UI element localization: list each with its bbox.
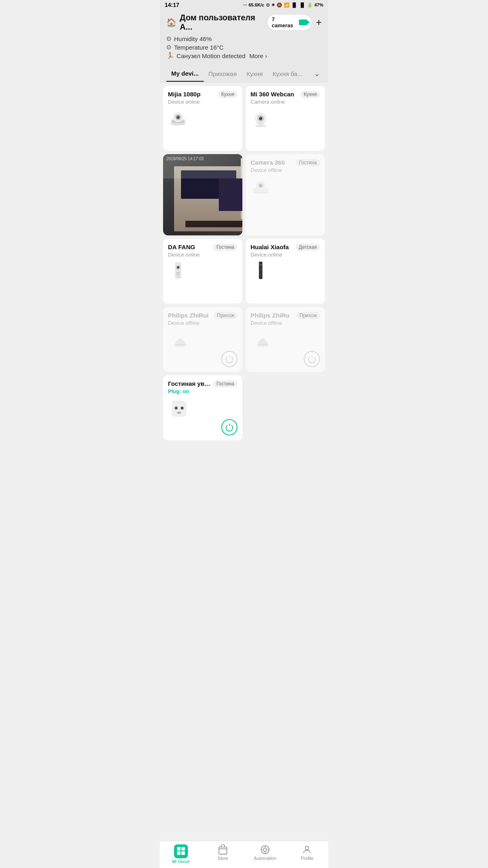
network-speed: 65.6K/c xyxy=(248,2,264,7)
device-name: Philips ZhiRu xyxy=(251,312,295,319)
tabs-dropdown-button[interactable]: ⌄ xyxy=(312,67,322,82)
card-header: Philips ZhiRu Прихож xyxy=(251,312,320,319)
device-card-hualai-xiaofang[interactable]: Hualai Xiaofa Детская Device online xyxy=(246,239,325,304)
svg-point-39 xyxy=(257,344,268,346)
device-card-da-fang[interactable]: DA FANG Гостина Device online xyxy=(163,239,242,304)
device-status: Device offline xyxy=(251,320,320,326)
device-room: Прихож xyxy=(214,312,237,319)
power-button[interactable] xyxy=(221,351,237,367)
camera-image xyxy=(251,176,271,197)
svg-point-26 xyxy=(177,266,179,269)
tab-kuhnya[interactable]: Кухня xyxy=(242,68,268,81)
camera-360-image xyxy=(251,108,271,128)
card-header: Camera 360 Гостина xyxy=(251,159,320,166)
svg-point-23 xyxy=(259,184,262,187)
device-name: Hualai Xiaofa xyxy=(251,244,294,250)
wifi-icon: 📶 xyxy=(284,2,290,8)
svg-rect-27 xyxy=(176,272,180,273)
device-room: Кухня xyxy=(218,91,237,98)
svg-point-5 xyxy=(176,115,180,119)
device-name: DA FANG xyxy=(168,244,211,250)
svg-point-29 xyxy=(177,275,179,278)
card-header: Mijia 1080p Кухня xyxy=(168,91,237,98)
light-image xyxy=(168,329,192,350)
live-scene xyxy=(163,154,242,235)
card-header: Philips ZhiRui Прихож xyxy=(168,312,237,319)
svg-point-6 xyxy=(177,116,178,117)
device-room: Прихож xyxy=(296,312,320,319)
device-status: Device offline xyxy=(168,320,237,326)
live-feed-overlay[interactable]: 2018/09/25 14:17:03 ⛶ xyxy=(163,154,242,235)
device-grid: Mijia 1080p Кухня Device online Mi 360 W… xyxy=(160,83,328,473)
device-status: Device online xyxy=(168,252,237,258)
device-name: Camera 360 xyxy=(251,159,294,166)
temperature-row: ⊙ Temperature 16°C xyxy=(166,44,322,51)
live-timestamp: 2018/09/25 14:17:03 xyxy=(166,157,204,161)
header: 🏠 Дом пользователя А... 7 cameras + ⊙ Hu… xyxy=(160,10,328,64)
svg-rect-43 xyxy=(177,412,181,414)
device-name: Гостиная увла xyxy=(168,380,211,387)
device-room: Гостина xyxy=(213,380,237,387)
card-header: Hualai Xiaofa Детская xyxy=(251,244,320,251)
tab-my-devices[interactable]: My devi... xyxy=(166,67,204,82)
room-tabs: My devi... Прихожая Кухня Кухня ба... ⌄ xyxy=(160,64,328,83)
device-card-mijia-1080p[interactable]: Mijia 1080p Кухня Device online xyxy=(163,86,242,151)
device-card-philips-zhirui-1[interactable]: Philips ZhiRui Прихож Device offline xyxy=(163,307,242,372)
motion-text: Санузел Motion detected xyxy=(176,52,245,59)
battery-icon: 🔋 xyxy=(307,2,313,8)
device-status: Device offline xyxy=(251,167,320,173)
device-room: Детская xyxy=(296,244,320,251)
status-indicators: ··· 65.6K/c ⊙ ✶ 🔕 📶 ▐▌ ▐▌ 🔋 47% xyxy=(243,2,323,8)
card-header: Гостиная увла Гостина xyxy=(168,380,237,387)
device-status: Plug: on xyxy=(168,388,237,394)
add-device-button[interactable]: + xyxy=(316,17,322,28)
doorbell-camera-image xyxy=(168,261,188,281)
device-card-gostinaya-uvla[interactable]: Гостиная увла Гостина Plug: on xyxy=(163,375,242,440)
home-title-group: 🏠 Дом пользователя А... xyxy=(166,13,267,32)
more-link[interactable]: More › xyxy=(249,52,267,59)
tab-kuhnya-ba[interactable]: Кухня ба... xyxy=(268,68,307,81)
device-status: Camera online xyxy=(251,99,320,105)
light-image xyxy=(251,329,275,350)
svg-rect-32 xyxy=(259,264,262,265)
device-card-mi-home[interactable]: Mi Home... Гостина Device onli... 2018/0… xyxy=(163,154,242,235)
device-status: Device online xyxy=(168,99,237,105)
dots-indicator: ··· xyxy=(243,2,247,7)
device-name: Mi 360 Webcan xyxy=(251,91,299,98)
signal-icon2: ▐▌ xyxy=(299,2,305,7)
device-room: Кухня xyxy=(301,91,320,98)
bar-camera-image xyxy=(251,261,271,281)
device-room: Гостина xyxy=(213,244,237,251)
bluetooth-icon: ✶ xyxy=(271,2,275,8)
temperature-text: Temperature 16°C xyxy=(174,44,224,51)
device-card-mi-360-webcam[interactable]: Mi 360 Webcan Кухня Camera online xyxy=(246,86,325,151)
thermometer-icon: ⊙ xyxy=(166,44,172,51)
power-button[interactable] xyxy=(304,351,320,367)
card-header: DA FANG Гостина xyxy=(168,244,237,251)
home-icon: 🏠 xyxy=(166,17,176,27)
svg-point-12 xyxy=(259,117,261,119)
svg-rect-13 xyxy=(257,122,265,124)
svg-point-11 xyxy=(259,117,262,120)
status-bar: 14:17 ··· 65.6K/c ⊙ ✶ 🔕 📶 ▐▌ ▐▌ 🔋 47% xyxy=(160,0,328,10)
humidity-text: Humidity 46% xyxy=(174,35,212,42)
location-icon: ⊙ xyxy=(266,2,270,8)
humidity-row: ⊙ Humidity 46% xyxy=(166,35,322,42)
plug-image xyxy=(168,398,190,420)
mute-icon: 🔕 xyxy=(277,2,282,8)
svg-point-42 xyxy=(181,407,183,409)
battery-pct: 47% xyxy=(314,2,323,7)
tab-prihozhaya[interactable]: Прихожая xyxy=(204,68,242,81)
power-button[interactable] xyxy=(221,419,237,435)
cameras-badge[interactable]: 7 cameras xyxy=(267,14,312,30)
cameras-label: 7 cameras xyxy=(272,16,296,28)
device-card-philips-zhiru-2[interactable]: Philips ZhiRu Прихож Device offline xyxy=(246,307,325,372)
motion-icon: 🏃 xyxy=(166,52,174,59)
svg-point-37 xyxy=(175,344,185,346)
motion-row: 🏃 Санузел Motion detected More › xyxy=(166,52,322,59)
svg-rect-35 xyxy=(259,274,262,275)
time-display: 14:17 xyxy=(165,2,179,8)
device-room: Гостина xyxy=(296,159,320,166)
device-card-camera-360[interactable]: Camera 360 Гостина Device offline xyxy=(246,154,325,235)
header-row1: 🏠 Дом пользователя А... 7 cameras + xyxy=(166,13,322,32)
